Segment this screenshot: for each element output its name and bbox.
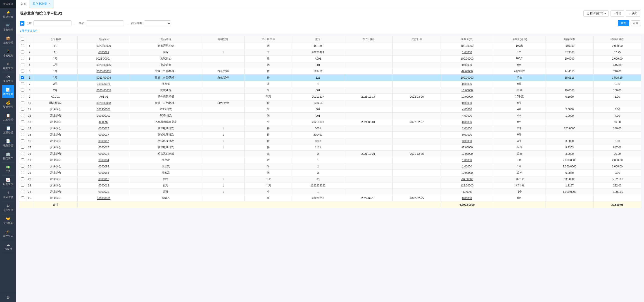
row-checkbox-20[interactable]: [19, 170, 26, 176]
row-qty-main-24[interactable]: 0.00000: [441, 195, 493, 201]
row-qty-main-17[interactable]: 10.00000: [441, 151, 493, 157]
row-qty-main-19[interactable]: 1.00000: [441, 163, 493, 170]
sidebar-item-cloud[interactable]: ☁云应用: [2, 240, 14, 253]
sidebar-item-mgmt[interactable]: 📈经营管理: [2, 176, 14, 189]
row-checkbox-3[interactable]: [19, 62, 26, 68]
row-code-1[interactable]: 0000029: [78, 49, 130, 56]
sidebar-item-wholesale[interactable]: 📦批发管理: [2, 34, 14, 47]
row-code-7[interactable]: 0023-00005: [78, 87, 130, 94]
row-code-14[interactable]: 0000017: [78, 132, 130, 138]
row-checkbox-10[interactable]: [19, 106, 26, 113]
row-code-12[interactable]: 000097: [78, 119, 130, 125]
settings-icon[interactable]: ⚙: [0, 293, 16, 302]
row-code-17[interactable]: 0000078: [78, 151, 130, 157]
row-code-2[interactable]: 0023-0000...: [78, 56, 130, 62]
row-checkbox-7[interactable]: [19, 87, 26, 94]
tab-home[interactable]: 首页: [18, 0, 30, 8]
row-checkbox-9[interactable]: [19, 100, 26, 106]
product-input[interactable]: [86, 20, 124, 26]
row-code-21[interactable]: 0000012: [78, 176, 130, 182]
sidebar-item-inventory[interactable]: 📊库存核算: [2, 85, 14, 98]
row-checkbox-22[interactable]: [19, 182, 26, 189]
row-qty-main-14[interactable]: 0.00000: [441, 132, 493, 138]
sidebar-item-newbie[interactable]: 🎓新手引导: [2, 227, 14, 240]
row-checkbox-13[interactable]: [19, 125, 26, 132]
row-checkbox-16[interactable]: [19, 144, 26, 151]
row-checkbox-1[interactable]: [19, 49, 26, 56]
row-checkbox-12[interactable]: [19, 119, 26, 125]
row-code-22[interactable]: 0000012: [78, 182, 130, 189]
sidebar-item-collab[interactable]: 🤝企业协同: [2, 214, 14, 227]
row-code-23[interactable]: 0000029: [78, 189, 130, 195]
row-code-0[interactable]: 0023-00009: [78, 43, 130, 49]
row-checkbox-6[interactable]: [19, 81, 26, 87]
row-code-16[interactable]: 0000017: [78, 144, 130, 151]
row-qty-main-0[interactable]: 100.00000: [441, 43, 493, 49]
expand-conditions-btn[interactable]: ▾ 展开更多条件: [20, 29, 640, 33]
row-code-19[interactable]: 0000084: [78, 163, 130, 170]
row-checkbox-19[interactable]: [19, 163, 26, 170]
select-all-checkbox[interactable]: [21, 38, 24, 41]
sidebar-item-invoice[interactable]: 🧾发票管理: [2, 124, 14, 137]
warehouse-input[interactable]: [34, 20, 72, 26]
row-checkbox-21[interactable]: [19, 176, 26, 182]
sidebar-item-purchase[interactable]: 🛍采购管理: [2, 73, 14, 85]
row-checkbox-11[interactable]: [19, 113, 26, 119]
row-qty-main-4[interactable]: 49.60000: [441, 68, 493, 75]
row-qty-main-16[interactable]: 87.00000: [441, 144, 493, 151]
row-qty-main-9[interactable]: 0.00000: [441, 100, 493, 106]
row-checkbox-15[interactable]: [19, 138, 26, 144]
row-qty-main-15[interactable]: 3.00000: [441, 138, 493, 144]
sidebar-item-mini-shop[interactable]: 📱小程电商: [2, 47, 14, 60]
row-code-24[interactable]: 001000031: [78, 195, 130, 201]
sidebar-item-fixed[interactable]: 🏢固定资产: [2, 150, 14, 163]
row-code-15[interactable]: 0000017: [78, 138, 130, 144]
filter-settings-button[interactable]: 设置: [631, 20, 640, 26]
print-button[interactable]: 🖨 按模板打印 ▾: [584, 11, 609, 17]
row-qty-main-3[interactable]: 0.00000: [441, 62, 493, 68]
row-code-8[interactable]: A01-01: [78, 94, 130, 100]
row-checkbox-14[interactable]: [19, 132, 26, 138]
row-qty-main-1[interactable]: 1.00000: [441, 49, 493, 56]
row-qty-main-18[interactable]: 1.00000: [441, 157, 493, 163]
row-qty-main-7[interactable]: 10.00000: [441, 87, 493, 94]
row-code-5[interactable]: 0023-00008: [78, 75, 130, 81]
row-checkbox-4[interactable]: [19, 68, 26, 75]
row-checkbox-24[interactable]: [19, 195, 26, 201]
row-code-20[interactable]: 0000084: [78, 170, 130, 176]
search-button[interactable]: 查询: [618, 20, 629, 26]
row-code-18[interactable]: 0000084: [78, 157, 130, 163]
row-code-13[interactable]: 0000017: [78, 125, 130, 132]
row-checkbox-17[interactable]: [19, 151, 26, 157]
row-code-11[interactable]: 000900001: [78, 113, 130, 119]
sidebar-item-quick-nav[interactable]: ⚡快捷导航: [2, 8, 14, 21]
row-qty-main-5[interactable]: 100.00000: [441, 75, 493, 81]
row-checkbox-18[interactable]: [19, 157, 26, 163]
row-qty-main-21[interactable]: -16.00000: [441, 176, 493, 182]
close-button[interactable]: ✕ 关闭: [626, 11, 640, 17]
row-checkbox-5[interactable]: [19, 75, 26, 81]
row-checkbox-2[interactable]: [19, 56, 26, 62]
row-code-3[interactable]: 0023-00005: [78, 62, 130, 68]
table-area[interactable]: 仓库名称 商品编码 商品名称 规格型号 主计量单位 批号 生产日期 失效日期 现…: [16, 34, 644, 302]
category-select[interactable]: [144, 20, 171, 26]
row-checkbox-23[interactable]: [19, 189, 26, 195]
row-code-9[interactable]: 0023-00008: [78, 100, 130, 106]
sidebar-item-tax[interactable]: 📑税务管理: [2, 137, 14, 150]
row-qty-main-20[interactable]: 10.00000: [441, 170, 493, 176]
row-qty-main-6[interactable]: 0.00000: [441, 81, 493, 87]
filter-expand-arrow[interactable]: ▶: [20, 21, 24, 26]
sidebar-item-report[interactable]: 📋总账管理: [2, 111, 14, 124]
sidebar-item-assets[interactable]: 💰资金管理: [2, 98, 14, 111]
row-qty-main-10[interactable]: 4.00000: [441, 106, 493, 113]
sidebar-item-payroll[interactable]: 💵工资: [2, 163, 14, 176]
row-code-10[interactable]: 000900001: [78, 106, 130, 113]
sidebar-item-sys[interactable]: ⚙系统管理: [2, 201, 14, 214]
sidebar-logo[interactable]: 搜索菜单: [0, 0, 16, 8]
row-checkbox-0[interactable]: [19, 43, 26, 49]
row-qty-main-8[interactable]: 10.00000: [441, 94, 493, 100]
row-qty-main-23[interactable]: -1.00000: [441, 189, 493, 195]
row-qty-main-11[interactable]: 4.00000: [441, 113, 493, 119]
row-qty-main-13[interactable]: 2.00000: [441, 125, 493, 132]
row-code-6[interactable]: 001000026: [78, 81, 130, 87]
